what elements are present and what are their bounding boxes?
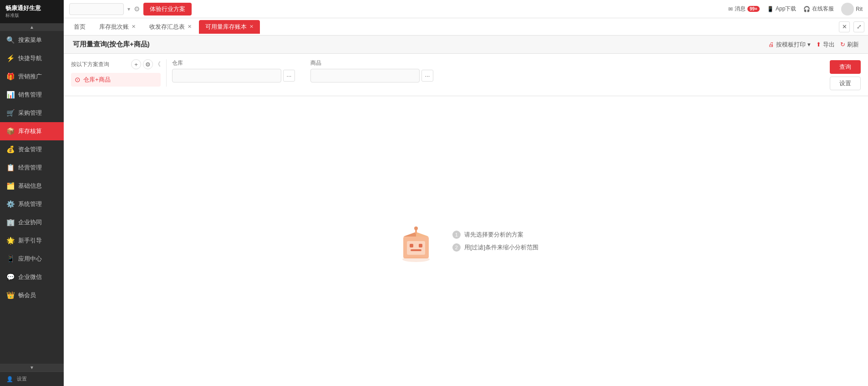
user-info[interactable]: Rit (841, 3, 863, 15)
empty-state-content: 1 请先选择要分析的方案 2 用[过滤]条件来缩小分析范围 (393, 218, 538, 264)
app-icon: 📱 (767, 6, 774, 12)
svg-rect-4 (407, 241, 425, 255)
sidebar-item-marketing[interactable]: 🎁营销推广 (0, 67, 64, 86)
topbar-dropdown-icon[interactable]: ▾ (127, 6, 130, 12)
sidebar-icon-marketing: 🎁 (6, 72, 15, 81)
sidebar-scroll-up[interactable]: ▲ (0, 23, 64, 31)
sidebar-user-label: 设置 (17, 376, 27, 382)
sidebar-item-shortcut[interactable]: ⚡快捷导航 (0, 49, 64, 67)
query-panel: 按以下方案查询 + ⚙ 《 ⊙ 仓库+商品 仓库 (64, 54, 868, 96)
scheme-settings-button[interactable]: ⚙ (143, 59, 153, 69)
sidebar-item-search[interactable]: 🔍搜索菜单 (0, 31, 64, 49)
app-label: App下载 (776, 5, 796, 13)
product-more-button[interactable]: ··· (421, 70, 433, 82)
sidebar-label-purchase: 采购管理 (18, 109, 42, 117)
sidebar-item-purchase[interactable]: 🛒采购管理 (0, 104, 64, 122)
sidebar-item-basicinfo[interactable]: 🗂️基础信息 (0, 177, 64, 195)
sidebar-icon-sales: 📊 (6, 91, 15, 99)
print-action[interactable]: 🖨 按模板打印 ▾ (768, 41, 811, 49)
sidebar-item-wechat[interactable]: 💬企业微信 (0, 268, 64, 286)
tab-available-close-icon[interactable]: ✕ (249, 24, 254, 30)
tip-text-1: 请先选择要分析的方案 (464, 231, 523, 239)
query-actions: 查询 设置 (830, 59, 861, 90)
service-label: 在线客服 (812, 5, 834, 13)
refresh-action[interactable]: ↻ 刷新 (840, 41, 859, 49)
service-item[interactable]: 🎧 在线客服 (803, 5, 834, 13)
topbar-right: ✉ 消息 99+ 📱 App下载 🎧 在线客服 Rit (728, 3, 863, 15)
warehouse-field-input-row: ··· (172, 69, 299, 82)
experience-button[interactable]: 体验行业方案 (143, 3, 192, 15)
tab-expand-button[interactable]: ⤢ (853, 21, 864, 32)
scheme-add-button[interactable]: + (131, 59, 141, 69)
sidebar-bottom[interactable]: 👤 设置 (0, 371, 64, 386)
tab-summary[interactable]: 收发存汇总表 ✕ (143, 20, 198, 34)
empty-tip-1: 1 请先选择要分析的方案 (452, 231, 538, 239)
tab-available[interactable]: 可用量库存账本 ✕ (199, 20, 260, 34)
sidebar-label-appcenter: 应用中心 (18, 255, 42, 263)
scheme-item-icon: ⊙ (75, 76, 81, 84)
product-input[interactable] (310, 69, 420, 82)
tab-home[interactable]: 首页 (67, 20, 92, 34)
tab-summary-close-icon[interactable]: ✕ (188, 24, 192, 30)
main-area: ▾ ⚙ 体验行业方案 ✉ 消息 99+ 📱 App下载 🎧 在线客服 Rit (64, 0, 868, 386)
page-header-actions: 🖨 按模板打印 ▾ ⬆ 导出 ↻ 刷新 (768, 41, 859, 49)
message-label: 消息 (735, 5, 746, 13)
print-icon: 🖨 (768, 41, 774, 48)
page-header: 可用量查询(按仓库+商品) 🖨 按模板打印 ▾ ⬆ 导出 ↻ 刷新 (64, 36, 868, 54)
sidebar-scroll-down[interactable]: ▼ (0, 364, 64, 371)
svg-rect-5 (410, 244, 413, 247)
sidebar-icon-inventory: 📦 (6, 127, 15, 135)
svg-point-9 (414, 226, 418, 230)
warehouse-input[interactable] (172, 69, 281, 82)
topbar-search-input[interactable] (69, 3, 124, 15)
tab-summary-label: 收发存汇总表 (149, 23, 185, 31)
sidebar-label-marketing: 营销推广 (18, 72, 42, 81)
export-action[interactable]: ⬆ 导出 (816, 41, 835, 49)
sidebar-item-enterprise[interactable]: 🏢企业协同 (0, 213, 64, 232)
settings-button[interactable]: 设置 (830, 77, 861, 90)
sidebar-item-newguide[interactable]: 🌟新手引导 (0, 232, 64, 250)
product-field-label: 商品 (310, 59, 438, 67)
export-icon: ⬆ (816, 41, 821, 48)
empty-tip-2: 2 用[过滤]条件来缩小分析范围 (452, 243, 538, 252)
sidebar-item-sales[interactable]: 📊销售管理 (0, 86, 64, 104)
warehouse-more-button[interactable]: ··· (283, 70, 295, 82)
sidebar-item-appcenter[interactable]: 📱应用中心 (0, 250, 64, 268)
sidebar-label-enterprise: 企业协同 (18, 218, 42, 226)
sidebar-item-finance[interactable]: 💰资金管理 (0, 140, 64, 159)
print-label: 按模板打印 (776, 41, 806, 49)
sidebar-nav: 🔍搜索菜单⚡快捷导航🎁营销推广📊销售管理🛒采购管理📦库存核算💰资金管理📋经营管理… (0, 31, 64, 364)
sidebar-label-system: 系统管理 (18, 200, 42, 208)
sidebar-item-operations[interactable]: 📋经营管理 (0, 159, 64, 177)
page-content: 可用量查询(按仓库+商品) 🖨 按模板打印 ▾ ⬆ 导出 ↻ 刷新 (64, 36, 868, 386)
scheme-item-warehouse-product[interactable]: ⊙ 仓库+商品 (71, 73, 161, 87)
sidebar-item-system[interactable]: ⚙️系统管理 (0, 195, 64, 213)
query-button[interactable]: 查询 (830, 60, 861, 74)
sidebar-item-member[interactable]: 👑畅会员 (0, 286, 64, 304)
sidebar-label-search: 搜索菜单 (18, 36, 42, 44)
app-download-item[interactable]: 📱 App下载 (767, 5, 796, 13)
product-field-input-row: ··· (310, 69, 438, 82)
query-fields: 仓库 ··· 商品 ··· (172, 59, 824, 82)
sidebar-item-inventory[interactable]: 📦库存核算 (0, 122, 64, 140)
query-scheme-title: 按以下方案查询 (71, 61, 109, 68)
scheme-collapse-button[interactable]: 《 (155, 60, 161, 68)
print-dropdown-icon[interactable]: ▾ (807, 41, 811, 48)
sidebar-icon-finance: 💰 (6, 145, 15, 154)
user-icon: 👤 (6, 376, 13, 382)
tabs-bar: 首页 库存批次账 ✕ 收发存汇总表 ✕ 可用量库存账本 ✕ ✕ ⤢ (64, 18, 868, 36)
sidebar-icon-operations: 📋 (6, 164, 15, 172)
tabs-right: ✕ ⤢ (839, 21, 864, 32)
topbar-gear-icon[interactable]: ⚙ (134, 5, 140, 13)
service-icon: 🎧 (803, 6, 810, 12)
brand-sub: 标准版 (5, 12, 58, 19)
message-item[interactable]: ✉ 消息 99+ (728, 5, 760, 13)
tab-close-all-button[interactable]: ✕ (839, 21, 850, 32)
tab-batch-close-icon[interactable]: ✕ (132, 24, 136, 30)
tab-batch[interactable]: 库存批次账 ✕ (93, 20, 142, 34)
sidebar-label-basicinfo: 基础信息 (18, 182, 42, 190)
sidebar: 畅康通好生意 标准版 ▲ 🔍搜索菜单⚡快捷导航🎁营销推广📊销售管理🛒采购管理📦库… (0, 0, 64, 386)
refresh-label: 刷新 (847, 41, 859, 49)
user-avatar (841, 3, 854, 15)
warehouse-field-label: 仓库 (172, 59, 299, 67)
